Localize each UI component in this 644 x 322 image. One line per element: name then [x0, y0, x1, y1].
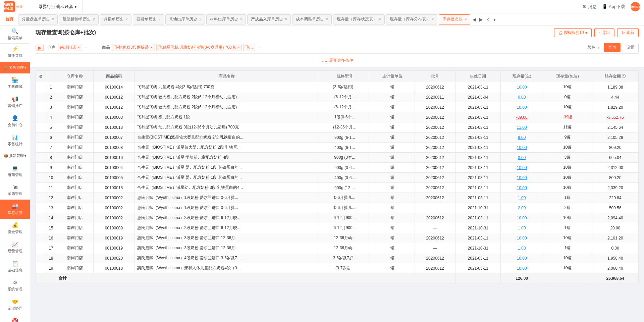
sidebar-item-search[interactable]: 🔍 搜索英单: [0, 25, 30, 44]
app-download-button[interactable]: 📱 App下载: [602, 4, 625, 10]
sidebar-item-inventory[interactable]: 🏭 库存核算: [0, 200, 30, 219]
tab-cailiao-close[interactable]: ×: [240, 17, 242, 21]
tab-kucunfb[interactable]: 现存量（库存分布表） ×: [386, 14, 438, 24]
tab-home[interactable]: 首页: [2, 14, 17, 24]
sidebar-item-marketing[interactable]: 📢 营销推广: [0, 93, 30, 112]
tab-fen-close[interactable]: ×: [52, 17, 54, 21]
tab-cailiao[interactable]: 材料出库单历史 ×: [206, 14, 246, 24]
filter-row: ▶ 仓库 南岸门店 × ··· 商品: [36, 43, 639, 52]
td-batch-0: 20200612: [415, 82, 455, 92]
td-stock-main-13[interactable]: 10.00: [501, 213, 543, 223]
tab-close-all-btn[interactable]: ×: [484, 16, 491, 23]
td-warehouse-8: 南岸门店: [56, 163, 94, 173]
tab-yao[interactable]: 要货单历史 ×: [133, 14, 164, 24]
tab-zu-close[interactable]: ×: [93, 17, 95, 21]
td-expiry-4: 2021-03-11: [455, 122, 501, 132]
sidebar-item-finance[interactable]: 💰 资金管理: [0, 219, 30, 238]
sidebar-item-guide[interactable]: 🎯 新手引导: [0, 314, 30, 322]
td-code-3: 00100003: [94, 112, 134, 122]
td-stock-main-9[interactable]: 10.00: [501, 173, 543, 183]
td-unit-6: 罐: [370, 143, 415, 153]
td-stock-main-12[interactable]: 2.00: [501, 203, 543, 213]
td-settings-10: [36, 183, 46, 193]
tab-kucunpici[interactable]: 库存批次账 ×: [439, 14, 470, 24]
td-stock-main-1[interactable]: 0.00: [501, 92, 543, 102]
tab-kucunfb-close[interactable]: ×: [432, 17, 434, 21]
td-name-15: 惠氏启赋（Wyeth illuma）3段奶粉 爱尔兰进口 12-36月...: [134, 233, 319, 243]
td-spec-17: 3-6岁及7岁...: [319, 253, 370, 263]
product-more-icon: ···: [257, 45, 260, 50]
sidebar-item-retail[interactable]: 🛒 零售管理 ▾: [0, 62, 30, 73]
settings-button[interactable]: 设置: [622, 43, 639, 52]
sidebar-item-system[interactable]: ⚙ 系统管理: [0, 276, 30, 295]
account-selector[interactable]: 母婴行业演示账套 ▾: [34, 0, 83, 13]
message-button[interactable]: ✉ 消息: [583, 4, 597, 10]
sidebar-item-purchase[interactable]: 🛍 采购管理: [0, 181, 30, 200]
sidebar-item-member[interactable]: 👤 会员中心: [0, 112, 30, 131]
td-stock-main-11[interactable]: 1.00: [501, 193, 543, 203]
td-stock-main-7[interactable]: 3.00: [501, 153, 543, 163]
tab-next-btn[interactable]: ▶: [478, 16, 484, 23]
sidebar-item-retailstat[interactable]: 📊 零售统计: [0, 131, 30, 150]
td-stock-main-10[interactable]: 10.00: [501, 183, 543, 193]
td-stock-main-2[interactable]: 10.00: [501, 102, 543, 112]
export-button[interactable]: ↑ 导出: [594, 28, 614, 37]
tab-zu[interactable]: 组装拆卸单历史 ×: [59, 14, 99, 24]
expand-conditions-btn[interactable]: ⌄⌄ 展开更多条件: [318, 56, 356, 65]
product-tag-1-remove[interactable]: ×: [237, 45, 239, 50]
sidebar-item-operation[interactable]: 📈 经营管理: [0, 238, 30, 257]
td-expiry-8: 2021-03-11: [455, 163, 501, 173]
tab-kucunpici-close[interactable]: ×: [465, 17, 467, 21]
td-warehouse-0: 南岸门店: [56, 82, 94, 92]
sidebar-item-quicknav[interactable]: ⚡ 快捷导航: [0, 44, 30, 60]
product-tag-0-remove[interactable]: ×: [150, 45, 153, 50]
tab-prev-btn[interactable]: ◀: [471, 16, 478, 23]
print-button[interactable]: 🖨 按模板打印 ▾: [554, 28, 592, 37]
user-menu[interactable]: demo2: [631, 2, 640, 11]
filter-expand-btn[interactable]: ▶: [36, 45, 44, 51]
td-stock-main-8[interactable]: 10.00: [501, 163, 543, 173]
tab-tiao-close[interactable]: ×: [126, 17, 128, 21]
app-label: App下载: [609, 4, 625, 10]
td-stock-main-0[interactable]: 10.00: [501, 82, 543, 92]
td-name-9: 合生元（BIOSTIME）派星 婴儿配方奶粉 1段 乳铁蛋白的...: [134, 173, 319, 183]
expand-chevron-icon: ⌄⌄: [321, 58, 328, 63]
td-stock-main-4[interactable]: 11.00: [501, 122, 543, 132]
tab-kucunzt-close[interactable]: ×: [379, 17, 381, 21]
tab-chengpin-close[interactable]: ×: [285, 17, 287, 21]
top-bar: 畅捷通好生意 标版 母婴行业演示账套 ▾ ✉ 消息 📱 App下载 demo2: [0, 0, 644, 13]
td-stock-main-18[interactable]: 10.00: [501, 263, 543, 273]
tab-chengben-close[interactable]: ×: [326, 17, 328, 21]
tab-fen[interactable]: 分量盘点单历史 ×: [18, 14, 58, 24]
td-stock-main-14[interactable]: 1.00: [501, 223, 543, 233]
tab-kucunzt[interactable]: 现存量（库存状况表） ×: [333, 14, 385, 24]
tab-menu-btn[interactable]: ▾: [491, 16, 498, 23]
td-expiry-17: 2021-03-11: [455, 253, 501, 263]
td-stock-main-17[interactable]: 10.00: [501, 253, 543, 263]
td-stock-main-5[interactable]: 9.00: [501, 132, 543, 143]
td-stock-main-15[interactable]: 10.00: [501, 233, 543, 243]
td-spec-18: (3-7岁适...: [319, 263, 370, 273]
sidebar-item-ecommerce[interactable]: 💻 电商管理: [0, 162, 30, 181]
tab-qita-close[interactable]: ×: [199, 17, 201, 21]
td-stock-main-16[interactable]: 1.00: [501, 243, 543, 253]
th-warehouse: 仓库名称: [56, 71, 94, 82]
query-button[interactable]: 查询: [604, 43, 621, 52]
td-stock-main-3[interactable]: -39.00: [501, 112, 543, 122]
td-stock-pack-4: 11罐: [543, 122, 592, 132]
tab-tiao[interactable]: 调拨单历史 ×: [100, 14, 131, 24]
th-settings[interactable]: ⚙: [36, 71, 46, 82]
refresh-button[interactable]: ↻ 刷新: [617, 28, 639, 37]
sidebar-item-wholesale[interactable]: 📦 批发管理 ▾: [0, 150, 30, 162]
tab-chengben[interactable]: 成本调整单历史 ×: [292, 14, 332, 24]
sidebar-item-basic[interactable]: 📋 基础信息: [0, 257, 30, 276]
td-stock-main-6[interactable]: 10.00: [501, 143, 543, 153]
tab-chengpin[interactable]: 产成品入库单历史 ×: [247, 14, 291, 24]
tab-yao-close[interactable]: ×: [159, 17, 161, 21]
td-name-11: 惠氏启赋（Wyeth illuma）1段奶粉 爱尔兰进口 0-6月婴...: [134, 193, 319, 203]
tab-qita[interactable]: 其他出库单历史 ×: [165, 14, 205, 24]
sidebar-item-enterprise[interactable]: 🤝 企业协同: [0, 295, 30, 314]
td-settings-15: [36, 233, 46, 243]
sidebar-item-retailshop[interactable]: 🏪 零售商城: [0, 73, 30, 93]
warehouse-tag-remove[interactable]: ×: [77, 45, 80, 50]
